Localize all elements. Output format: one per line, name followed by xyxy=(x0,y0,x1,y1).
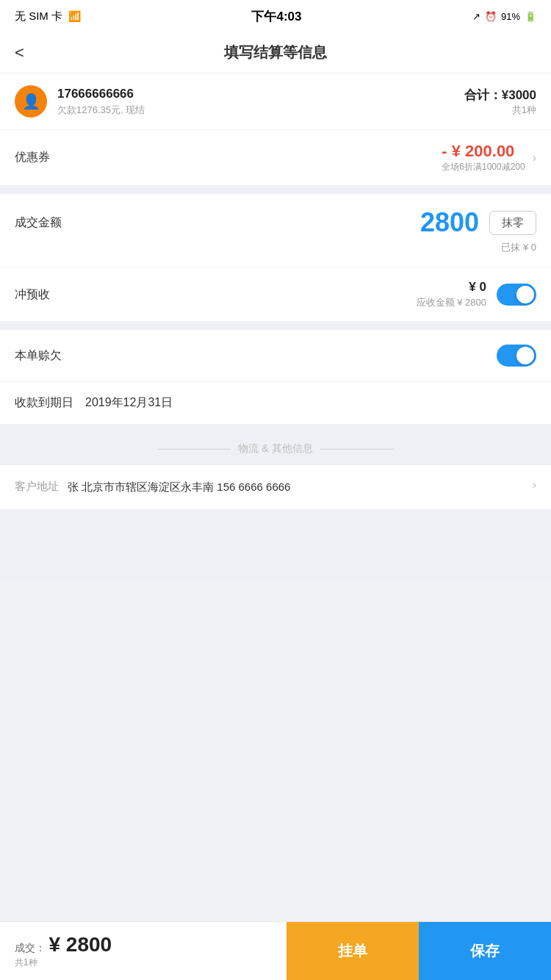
duedate-label: 收款到期日 xyxy=(15,395,73,411)
pre-collect-right: ¥ 0 应收金额 ¥ 2800 xyxy=(417,280,536,309)
chevron-right-icon: › xyxy=(533,151,536,165)
amount-value: 2800 xyxy=(420,207,479,238)
coupon-desc: 全场6折满1000减200 xyxy=(442,161,525,173)
pre-collect-section: 冲预收 ¥ 0 应收金额 ¥ 2800 xyxy=(0,267,551,321)
status-right: ↗ ⏰ 91% 🔋 xyxy=(472,11,536,22)
page-title: 填写结算等信息 xyxy=(224,43,327,62)
address-section[interactable]: 客户地址 张 北京市市辖区海淀区永丰南 156 6666 6666 › xyxy=(0,465,551,509)
pre-collect-row: 冲预收 ¥ 0 应收金额 ¥ 2800 xyxy=(15,280,536,309)
wifi-icon: 📶 xyxy=(68,10,81,22)
round-button[interactable]: 抹零 xyxy=(489,211,536,235)
status-time: 下午4:03 xyxy=(251,8,301,25)
coupon-right: - ¥ 200.00 全场6折满1000减200 › xyxy=(442,142,536,173)
debt-label: 本单赊欠 xyxy=(15,348,62,364)
bottom-count: 共1种 xyxy=(15,956,272,969)
bottom-total-label: 成交： xyxy=(15,942,46,954)
carrier-text: 无 SIM 卡 xyxy=(15,10,62,24)
pre-collect-toggle[interactable] xyxy=(497,284,536,306)
pre-amount-sub: 应收金额 ¥ 2800 xyxy=(417,296,486,309)
debt-section: 本单赊欠 xyxy=(0,330,551,381)
bottom-total-row: 成交： ¥ 2800 xyxy=(15,933,272,956)
alarm-icon: ⏰ xyxy=(485,11,497,22)
customer-total: 合计：¥3000 共1种 xyxy=(464,87,536,117)
status-bar: 无 SIM 卡 📶 下午4:03 ↗ ⏰ 91% 🔋 xyxy=(0,0,551,32)
customer-left: 👤 17666666666 欠款1276.35元, 现结 xyxy=(15,85,145,118)
pre-amount-value: ¥ 0 xyxy=(417,280,486,295)
pre-collect-amounts: ¥ 0 应收金额 ¥ 2800 xyxy=(417,280,486,309)
section-divider-1 xyxy=(0,185,551,194)
coupon-row[interactable]: 优惠券 - ¥ 200.00 全场6折满1000减200 › xyxy=(0,129,551,185)
coupon-amount: - ¥ 200.00 xyxy=(442,142,525,161)
debt-toggle[interactable] xyxy=(497,345,536,367)
bottom-spacer xyxy=(0,509,551,583)
customer-info-row: 👤 17666666666 欠款1276.35元, 现结 合计：¥3000 共1… xyxy=(0,73,551,129)
total-amount-text: 合计：¥3000 xyxy=(464,87,536,104)
avatar: 👤 xyxy=(15,85,47,118)
coupon-info: - ¥ 200.00 全场6折满1000减200 xyxy=(442,142,525,173)
amount-label: 成交金额 xyxy=(15,215,62,231)
section-divider-2 xyxy=(0,321,551,330)
hold-button[interactable]: 挂单 xyxy=(287,922,419,981)
amount-row: 成交金额 2800 抹零 xyxy=(15,207,536,238)
bottom-bar: 成交： ¥ 2800 共1种 挂单 保存 xyxy=(0,921,551,980)
bottom-total-amount: ¥ 2800 xyxy=(48,933,112,956)
amount-right: 2800 抹零 xyxy=(420,207,536,238)
battery-text: 91% xyxy=(501,11,520,22)
duedate-value: 2019年12月31日 xyxy=(85,395,173,411)
customer-phone: 17666666666 xyxy=(57,87,145,101)
save-button[interactable]: 保存 xyxy=(419,922,551,981)
location-icon: ↗ xyxy=(472,11,480,22)
bottom-info: 成交： ¥ 2800 共1种 xyxy=(0,933,287,969)
section-divider-3 xyxy=(0,424,551,433)
logistics-divider: 物流 & 其他信息 xyxy=(0,433,551,465)
nav-bar: < 填写结算等信息 xyxy=(0,32,551,73)
back-button[interactable]: < xyxy=(15,43,24,62)
coupon-label: 优惠券 xyxy=(15,150,50,165)
battery-icon: 🔋 xyxy=(525,11,536,22)
address-chevron-icon: › xyxy=(533,478,536,491)
total-count-text: 共1种 xyxy=(464,104,536,117)
pre-collect-label: 冲预收 xyxy=(15,287,50,303)
status-left: 无 SIM 卡 📶 xyxy=(15,10,81,24)
address-value: 张 北京市市辖区海淀区永丰南 156 6666 6666 xyxy=(68,478,524,496)
duedate-row: 收款到期日 2019年12月31日 xyxy=(15,395,536,411)
amount-sub-text: 已抹 ¥ 0 xyxy=(15,241,536,254)
logistics-label: 物流 & 其他信息 xyxy=(238,442,312,455)
duedate-section: 收款到期日 2019年12月31日 xyxy=(0,381,551,424)
amount-section: 成交金额 2800 抹零 已抹 ¥ 0 xyxy=(0,194,551,267)
customer-subinfo: 欠款1276.35元, 现结 xyxy=(57,104,145,117)
address-label: 客户地址 xyxy=(15,478,59,494)
customer-details: 17666666666 欠款1276.35元, 现结 xyxy=(57,87,145,117)
